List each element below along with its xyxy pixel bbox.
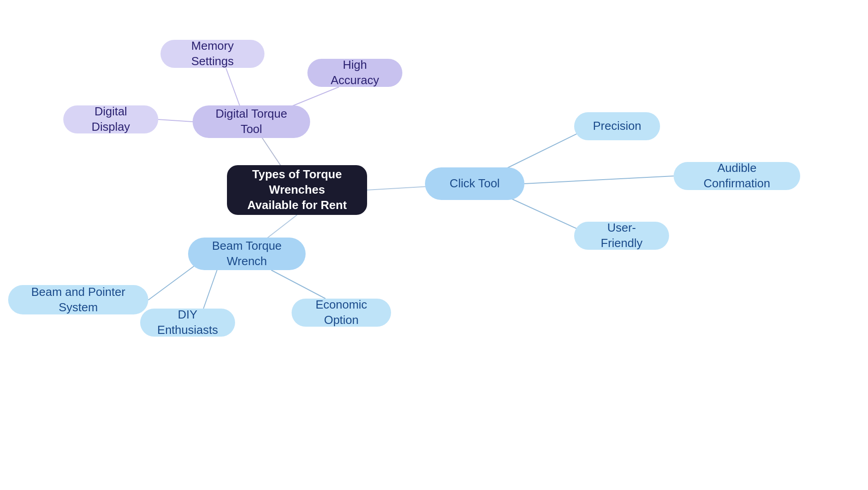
click-tool-node: Click Tool (425, 167, 524, 200)
click-tool-label: Click Tool (450, 176, 500, 191)
memory-settings-node: Memory Settings (160, 40, 264, 68)
user-friendly-node: User-Friendly (574, 222, 669, 250)
diy-node: DIY Enthusiasts (140, 309, 235, 337)
beam-torque-node: Beam Torque Wrench (188, 238, 306, 270)
beam-torque-label: Beam Torque Wrench (201, 238, 293, 269)
svg-line-5 (158, 119, 193, 122)
high-accuracy-label: High Accuracy (320, 57, 390, 88)
memory-settings-label: Memory Settings (173, 38, 252, 69)
svg-line-3 (226, 68, 240, 105)
digital-torque-node: Digital Torque Tool (193, 105, 310, 138)
audible-confirmation-node: Audible Confirmation (674, 162, 800, 190)
economic-label: Economic Option (304, 297, 378, 328)
svg-line-11 (271, 270, 326, 299)
digital-display-label: Digital Display (76, 104, 146, 135)
beam-pointer-node: Beam and Pointer System (8, 285, 148, 314)
center-node: Types of Torque Wrenches Available for R… (227, 165, 367, 215)
precision-label: Precision (593, 119, 642, 134)
center-label: Types of Torque Wrenches Available for R… (240, 167, 354, 213)
diy-label: DIY Enthusiasts (153, 307, 222, 338)
digital-torque-label: Digital Torque Tool (205, 106, 297, 137)
economic-node: Economic Option (292, 299, 391, 327)
digital-display-node: Digital Display (63, 105, 158, 133)
beam-pointer-label: Beam and Pointer System (21, 285, 136, 315)
user-friendly-label: User-Friendly (587, 220, 656, 251)
high-accuracy-node: High Accuracy (307, 59, 402, 87)
svg-line-7 (524, 176, 674, 184)
precision-node: Precision (574, 112, 660, 140)
audible-confirmation-label: Audible Confirmation (686, 161, 788, 191)
svg-line-10 (203, 270, 217, 309)
